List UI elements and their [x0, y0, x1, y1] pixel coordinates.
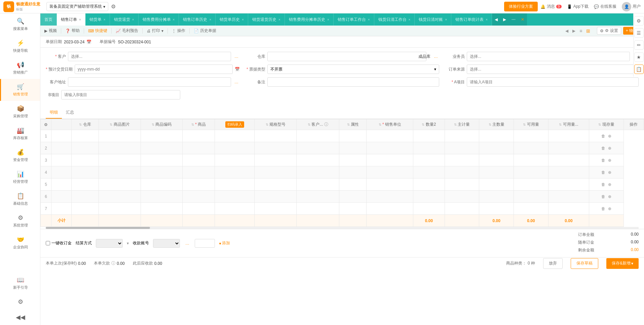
- history-docs-btn[interactable]: 📄 历史单据: [194, 28, 216, 34]
- warehouse-input[interactable]: [267, 52, 426, 61]
- payment-amount-input[interactable]: 0.00: [195, 239, 215, 248]
- discard-btn[interactable]: 放弃: [543, 258, 563, 269]
- tab-prev-btn[interactable]: ◀: [492, 13, 500, 26]
- industry-btn[interactable]: 体验行业方案: [504, 2, 538, 11]
- tab-sales-order-workbench[interactable]: 销售订单工作台 ×: [334, 13, 374, 26]
- scan-btn[interactable]: 扫码录入: [225, 121, 244, 128]
- one-click-payment-checkbox[interactable]: [46, 241, 50, 245]
- row-copy-icon[interactable]: ⊕: [608, 134, 611, 138]
- notification-item[interactable]: 🔔 消息 9: [540, 4, 562, 9]
- online-support-item[interactable]: 💬 在线客服: [594, 4, 616, 9]
- sidebar-item-basicinfo[interactable]: 📋 基础信息: [0, 188, 40, 210]
- app-download-item[interactable]: 📱 App下载: [567, 4, 589, 9]
- row-copy-icon[interactable]: ⊕: [608, 170, 611, 175]
- tab-sales-fee[interactable]: 销售费用分摊单 ×: [139, 13, 179, 26]
- save-new-btn[interactable]: 保存&新增 ▾: [606, 258, 639, 269]
- print-btn[interactable]: 🖨 打印 ▾: [147, 28, 163, 34]
- tab-sales-goods[interactable]: 销货单 ×: [85, 13, 110, 26]
- warehouse-expand-btn[interactable]: …: [432, 54, 439, 59]
- a-project-input[interactable]: [467, 77, 639, 87]
- tab-cashflow-workbench[interactable]: 钱货日清工作台 ×: [374, 13, 415, 26]
- close-icon[interactable]: ×: [79, 18, 81, 22]
- sidebar-item-search[interactable]: 🔍 搜索菜单: [0, 13, 40, 35]
- prev-doc-icon[interactable]: ◀: [565, 29, 568, 33]
- calendar-icon[interactable]: 📅: [86, 40, 91, 44]
- help-btn[interactable]: ❓ 帮助: [65, 28, 80, 34]
- tab-home[interactable]: 首页: [40, 13, 57, 26]
- tab-summary[interactable]: 汇总: [62, 107, 78, 119]
- tab-detail[interactable]: 明细: [46, 107, 62, 119]
- row-copy-icon[interactable]: ⊕: [608, 146, 611, 151]
- right-panel-btn-2[interactable]: ✏: [634, 40, 644, 50]
- tab-close-all-btn[interactable]: ✕: [518, 13, 527, 26]
- b-project-input[interactable]: [61, 90, 180, 99]
- tab-more-btn[interactable]: ⋯: [509, 13, 518, 26]
- row-delete-icon[interactable]: 🗑: [601, 146, 605, 151]
- sidebar-item-quicknav[interactable]: ⚡ 快捷导航: [0, 35, 40, 57]
- next-doc-icon[interactable]: ▶: [572, 29, 575, 33]
- right-panel-btn-1[interactable]: ☰: [634, 28, 644, 38]
- save-draft-btn[interactable]: 保存草稿: [571, 258, 598, 269]
- close-icon[interactable]: ×: [445, 18, 447, 22]
- system-selector[interactable]: 装备及固定资产辅助管理系统 ▾: [46, 2, 108, 11]
- video-help-btn[interactable]: ▶ 视频: [44, 28, 57, 34]
- sidebar-item-system[interactable]: ⚙ 系统管理: [0, 210, 40, 232]
- close-icon[interactable]: ×: [104, 18, 106, 22]
- close-icon[interactable]: ×: [327, 18, 329, 22]
- row-copy-icon[interactable]: ⊕: [608, 158, 611, 163]
- one-click-payment-label[interactable]: 一键收订金: [46, 240, 72, 246]
- right-panel-btn-4[interactable]: 📋: [634, 65, 644, 74]
- row-delete-icon[interactable]: 🗑: [601, 194, 605, 199]
- close-icon[interactable]: ×: [132, 18, 134, 22]
- row-delete-icon[interactable]: 🗑: [601, 206, 605, 211]
- payment-method-select[interactable]: [96, 239, 123, 248]
- order-source-input[interactable]: [467, 65, 639, 74]
- close-icon[interactable]: ×: [409, 18, 411, 22]
- tab-sales-return-history[interactable]: 销货退货历史 ×: [248, 13, 285, 26]
- invoice-type-select[interactable]: 不开票 ▾: [267, 65, 439, 74]
- sidebar-item-marketing[interactable]: 📢 营销推广: [0, 57, 40, 79]
- close-icon[interactable]: ×: [368, 18, 370, 22]
- remark-input[interactable]: [267, 77, 439, 87]
- tab-sales-return[interactable]: 销货退货 ×: [110, 13, 139, 26]
- row-copy-icon[interactable]: ⊕: [608, 206, 611, 211]
- tab-sales-stats[interactable]: 销售订单统计表 ×: [451, 13, 492, 26]
- list-view-icon[interactable]: ≡: [579, 28, 582, 34]
- row-copy-icon[interactable]: ⊕: [608, 194, 611, 199]
- tab-cashflow-reconcile[interactable]: 钱货日清对账 ×: [415, 13, 451, 26]
- user-avatar-item[interactable]: 👤 用户: [622, 2, 641, 11]
- close-icon[interactable]: ×: [278, 18, 280, 22]
- close-icon[interactable]: ×: [209, 18, 211, 22]
- staff-input[interactable]: [467, 52, 630, 61]
- customer-input[interactable]: [68, 52, 231, 61]
- row-delete-icon[interactable]: 🗑: [601, 182, 605, 187]
- sidebar-item-guide[interactable]: 📖 新手引导: [0, 272, 40, 294]
- grid-view-icon[interactable]: ⊞: [586, 28, 590, 34]
- sidebar-item-finance[interactable]: 💰 资金管理: [0, 145, 40, 166]
- tab-sales-goods-history[interactable]: 销货单历史 ×: [216, 13, 248, 26]
- addr-expand-btn[interactable]: …: [233, 80, 240, 84]
- profit-forecast-btn[interactable]: 📈 毛利预告: [116, 28, 138, 34]
- operations-btn[interactable]: ⋮ 操作: [172, 28, 185, 34]
- delivery-date-input[interactable]: [75, 65, 233, 74]
- right-panel-btn-0[interactable]: ⚙: [634, 16, 644, 26]
- shortcut-btn[interactable]: ⌨ 快捷键: [88, 28, 107, 34]
- payment-account-select[interactable]: [153, 239, 180, 248]
- account-expand-btn[interactable]: …: [184, 241, 191, 246]
- row-delete-icon[interactable]: 🗑: [601, 134, 605, 138]
- right-panel-btn-3[interactable]: ★: [634, 52, 644, 62]
- sidebar-item-enterprise[interactable]: 🤝 企业协同: [0, 232, 40, 254]
- row-copy-icon[interactable]: ⊕: [608, 182, 611, 187]
- sidebar-item-purchase[interactable]: 📦 采购管理: [0, 101, 40, 123]
- close-icon[interactable]: ×: [486, 18, 488, 22]
- customer-expand-btn[interactable]: …: [233, 54, 240, 59]
- close-icon[interactable]: ×: [173, 18, 175, 22]
- row-delete-icon[interactable]: 🗑: [601, 170, 605, 175]
- settings-gear[interactable]: ⚙: [111, 3, 116, 10]
- sidebar-settings-btn[interactable]: ⚙: [0, 294, 40, 310]
- payment-method-expand-btn[interactable]: ▾: [127, 241, 129, 246]
- date-picker-icon[interactable]: 📅: [235, 67, 240, 72]
- sidebar-item-inventory[interactable]: 🏭 库存核算: [0, 123, 40, 145]
- row-delete-icon[interactable]: 🗑: [601, 158, 605, 163]
- add-payment-btn[interactable]: ● 添加: [219, 240, 230, 246]
